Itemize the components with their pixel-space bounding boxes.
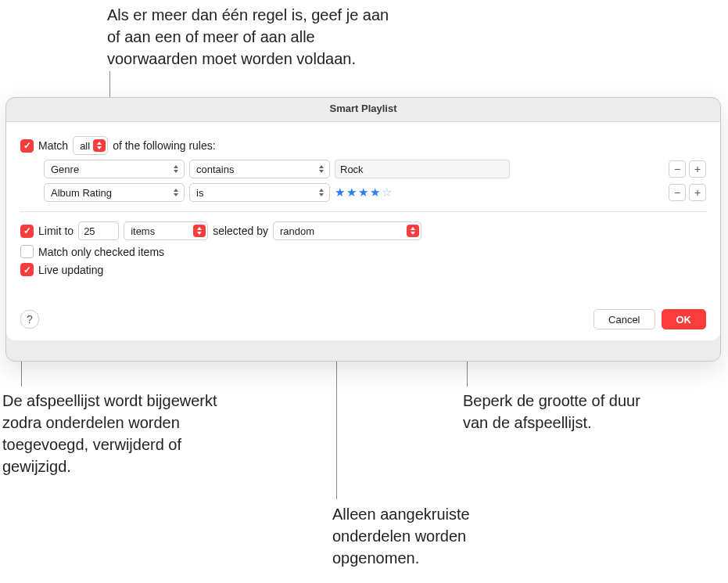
match-mode-value: all	[80, 140, 93, 152]
limit-unit-popup[interactable]: items	[124, 221, 208, 240]
rule-row: Album Rating is ★★★★☆ − +	[44, 183, 706, 202]
rule-operator-value: contains	[196, 164, 237, 175]
live-updating-checkbox[interactable]	[20, 263, 34, 276]
match-checkbox[interactable]	[20, 139, 34, 153]
limit-count-field[interactable]: 25	[78, 221, 119, 240]
updown-icon	[93, 139, 106, 152]
callout-limit: Beperk de grootte of duur van de afspeel…	[463, 390, 658, 434]
dialog-content: Match all of the following rules: Genre …	[6, 121, 720, 340]
cancel-button[interactable]: Cancel	[594, 309, 654, 329]
rule-text-value[interactable]: Rock	[335, 160, 510, 178]
updown-icon	[193, 225, 206, 237]
smart-playlist-dialog: Smart Playlist Match all of the followin…	[5, 97, 721, 362]
match-prefix: Match	[38, 139, 68, 152]
add-rule-button[interactable]: +	[689, 160, 706, 178]
rule-field-value: Album Rating	[51, 187, 115, 199]
updown-icon	[315, 162, 329, 176]
callout-live-updating: De afspeellijst wordt bijgewerkt zodra o…	[2, 390, 253, 477]
rule-operator-popup[interactable]: is	[189, 183, 330, 202]
rule-row: Genre contains Rock − +	[44, 160, 706, 178]
limit-unit-value: items	[131, 225, 158, 237]
checked-items-row: Match only checked items	[20, 245, 706, 258]
updown-icon	[407, 225, 419, 237]
selected-by-popup[interactable]: random	[273, 221, 421, 240]
dialog-title: Smart Playlist	[6, 98, 720, 121]
rule-field-popup[interactable]: Album Rating	[44, 183, 185, 202]
callout-match-mode: Als er meer dan één regel is, geef je aa…	[107, 4, 404, 70]
checked-items-checkbox[interactable]	[20, 245, 34, 258]
updown-icon	[170, 162, 184, 176]
rule-star-rating[interactable]: ★★★★☆	[335, 185, 393, 200]
checked-items-label: Match only checked items	[38, 246, 164, 258]
rules-block: Genre contains Rock − + Album Rating	[20, 160, 706, 212]
add-rule-button[interactable]: +	[689, 184, 706, 201]
updown-icon	[170, 185, 184, 200]
dialog-footer: ? Cancel OK	[20, 309, 706, 329]
updown-icon	[315, 185, 329, 200]
selected-by-value: random	[280, 225, 317, 237]
rule-operator-value: is	[196, 187, 206, 199]
limit-label: Limit to	[38, 225, 74, 237]
remove-rule-button[interactable]: −	[669, 160, 686, 178]
match-mode-popup[interactable]: all	[73, 136, 108, 155]
live-updating-row: Live updating	[20, 263, 706, 276]
callout-checked-items: Alleen aangekruiste onderdelen worden op…	[332, 503, 536, 569]
rule-field-value: Genre	[51, 164, 82, 175]
rule-field-popup[interactable]: Genre	[44, 160, 185, 178]
ok-button[interactable]: OK	[662, 309, 707, 329]
match-suffix: of the following rules:	[113, 139, 216, 152]
help-button[interactable]: ?	[20, 310, 39, 329]
rule-operator-popup[interactable]: contains	[189, 160, 330, 178]
match-row: Match all of the following rules:	[20, 136, 706, 155]
live-updating-label: Live updating	[38, 264, 103, 276]
remove-rule-button[interactable]: −	[669, 184, 686, 201]
selected-by-label: selected by	[213, 225, 268, 237]
limit-checkbox[interactable]	[20, 225, 34, 238]
limit-row: Limit to 25 items selected by random	[20, 221, 706, 240]
